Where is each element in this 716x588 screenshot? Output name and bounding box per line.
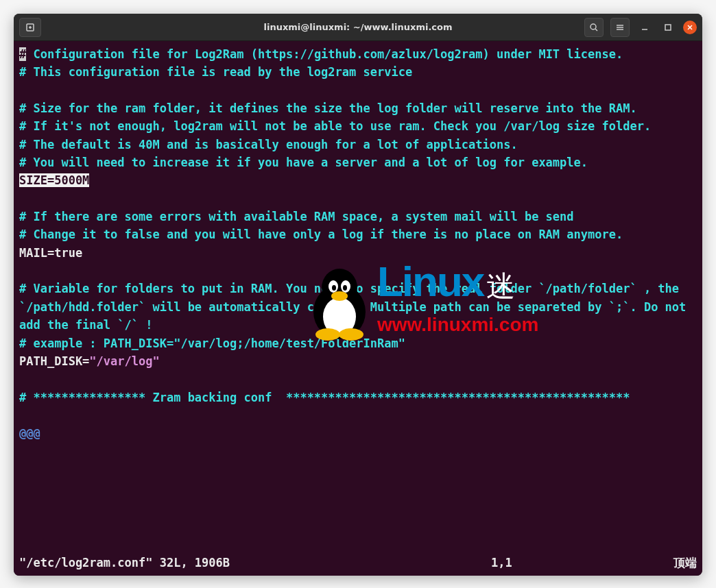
search-icon (589, 23, 599, 32)
terminal-content[interactable]: # Configuration file for Log2Ram (https:… (14, 41, 702, 576)
status-percent: 顶端 (642, 554, 697, 572)
status-position: 1,1 (491, 554, 642, 572)
maximize-icon (664, 23, 672, 32)
comment-text: # Variable for folders to put in RAM. Yo… (19, 282, 693, 332)
comment-text: # Size for the ram folder, it defines th… (19, 101, 637, 115)
mail-setting: MAIL=true (19, 246, 82, 260)
terminal-window: linuxmi@linuxmi: ~/www.linuxmi.com (14, 14, 702, 576)
minimize-button[interactable] (636, 19, 653, 36)
new-tab-button[interactable] (19, 18, 41, 37)
vim-tilde: @@@ (19, 426, 40, 440)
close-icon (687, 24, 693, 31)
comment-text: # Change it to false and you will have o… (19, 228, 623, 241)
menu-button[interactable] (610, 18, 630, 37)
comment-text: # **************** Zram backing conf ***… (19, 391, 630, 404)
path-disk-key: PATH_DISK= (19, 354, 89, 368)
svg-rect-2 (665, 25, 671, 30)
comment-text: Configuration file for Log2Ram (https://… (26, 47, 623, 61)
close-button[interactable] (683, 21, 697, 34)
comment-text: # If there are some errors with availabl… (19, 210, 574, 223)
window-title: linuxmi@linuxmi: ~/www.linuxmi.com (263, 22, 452, 32)
path-disk-value: "/var/log" (89, 354, 159, 368)
size-setting: SIZE=5000M (19, 173, 89, 187)
comment-text: # You will need to increase it if you ha… (19, 156, 588, 169)
status-filename: "/etc/log2ram.conf" 32L, 1906B (19, 554, 491, 572)
search-button[interactable] (584, 18, 604, 37)
hamburger-icon (615, 23, 625, 32)
comment-text: # This configuration file is read by the… (19, 65, 412, 79)
maximize-button[interactable] (660, 19, 676, 36)
comment-text: # The default is 40M and is basically en… (19, 138, 518, 151)
minimize-icon (641, 23, 649, 32)
new-tab-icon (25, 23, 35, 32)
titlebar: linuxmi@linuxmi: ~/www.linuxmi.com (14, 14, 702, 41)
svg-point-1 (590, 24, 596, 29)
comment-text: # If it's not enough, log2ram will not b… (19, 119, 651, 133)
cursor-position: # (19, 47, 26, 61)
vim-statusline: "/etc/log2ram.conf" 32L, 1906B 1,1 顶端 (14, 554, 702, 572)
comment-text: # example : PATH_DISK="/var/log;/home/te… (19, 336, 405, 350)
